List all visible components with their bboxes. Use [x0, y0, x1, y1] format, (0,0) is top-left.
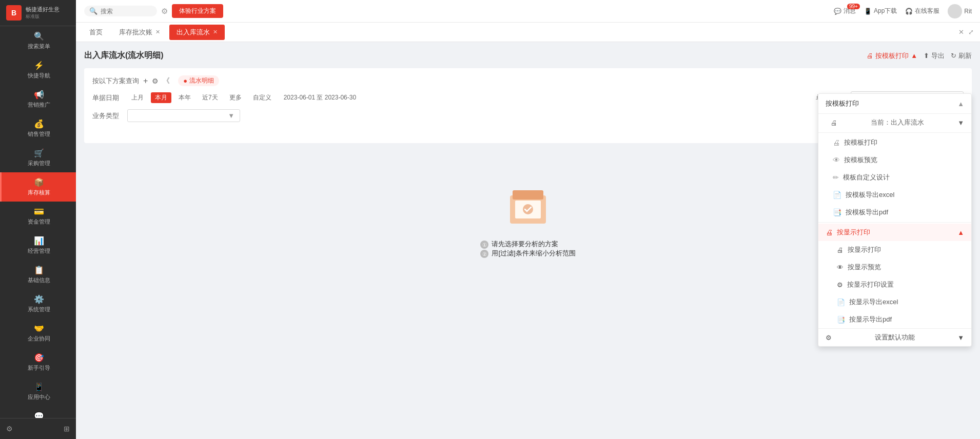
- service-btn[interactable]: 🎧 在线客服: [905, 7, 939, 15]
- date-current-month[interactable]: 本月: [151, 92, 171, 103]
- sidebar-item-inventory[interactable]: 📦库存核算: [0, 172, 76, 202]
- sidebar-item-system[interactable]: ⚙️系统管理: [0, 289, 76, 318]
- current-arrow: ▼: [957, 119, 964, 127]
- dropdown-item-template-pdf[interactable]: 📑 按模板导出pdf: [818, 204, 971, 221]
- sidebar-item-search[interactable]: 🔍搜索菜单: [0, 26, 76, 55]
- print-arrow-up: ▲: [911, 52, 917, 59]
- tab-flow[interactable]: 出入库流水 ✕: [169, 25, 225, 40]
- filter-collapse-btn[interactable]: 《: [163, 76, 170, 86]
- sidebar-icon-system: ⚙️: [34, 294, 44, 304]
- dropdown-item-display-print[interactable]: 🖨 按显示打印: [818, 241, 971, 258]
- page-title: 出入库流水(流水明细): [84, 50, 164, 61]
- sidebar-item-purchase[interactable]: 🛒采购管理: [0, 143, 76, 172]
- item-excel-icon: 📄: [833, 191, 841, 199]
- sidebar-label-system: 系统管理: [28, 306, 50, 313]
- arrow-up-icon[interactable]: ▲: [957, 100, 964, 108]
- empty-illustration: [502, 180, 554, 231]
- refresh-btn[interactable]: ↻ 刷新: [951, 51, 972, 61]
- sidebar-icon-cooperation: 🤝: [34, 324, 44, 333]
- dropdown-current-item: 🖨 当前：出入库流水 ▼: [818, 114, 971, 131]
- display-preview-label: 按显示预览: [848, 263, 881, 272]
- sidebar-label-quicknav: 快捷导航: [28, 72, 50, 79]
- dropdown-item-display-excel[interactable]: 📄 按显示导出excel: [818, 293, 971, 311]
- sidebar-icon-inventory: 📦: [34, 177, 44, 187]
- date-current-year[interactable]: 本年: [174, 92, 195, 103]
- tab-home[interactable]: 首页: [82, 25, 110, 40]
- tab-flow-close[interactable]: ✕: [213, 29, 218, 35]
- export-icon: ⬆: [924, 52, 929, 59]
- header-right: 💬 消息 99+ 📱 App下载 🎧 在线客服 Rit: [834, 4, 972, 18]
- sidebar-icon-quicknav: ⚡: [34, 61, 44, 70]
- date-last-month[interactable]: 上月: [127, 92, 148, 103]
- step-num-1: ①: [480, 241, 488, 249]
- item-pdf-label: 按模板导出pdf: [846, 208, 888, 217]
- sidebar-item-capital[interactable]: 💳资金管理: [0, 202, 76, 231]
- app-download-btn[interactable]: 📱 App下载: [864, 7, 897, 15]
- print-btn[interactable]: 🖨 按模板打印 ▲: [867, 51, 917, 61]
- dropdown-item-display-settings[interactable]: ⚙ 按显示打印设置: [818, 276, 971, 293]
- logo-badge: 标准版: [26, 13, 60, 20]
- tab-batch-close[interactable]: ✕: [155, 29, 160, 35]
- business-select-arrow: ▼: [228, 112, 234, 119]
- user-avatar-area[interactable]: Rit: [948, 4, 972, 18]
- sidebar-item-operation[interactable]: 📊经营管理: [0, 231, 76, 260]
- display-print-label: 按显示打印: [848, 245, 881, 254]
- item-print-icon: 🖨: [833, 138, 840, 147]
- footer-settings-icon[interactable]: ⚙: [6, 425, 13, 433]
- empty-svg: [502, 180, 554, 231]
- dropdown-arrows: ▲: [957, 100, 964, 108]
- sidebar-item-guide[interactable]: 🎯新手引导: [0, 348, 76, 377]
- dropdown-item-template-custom[interactable]: ✏ 模板自定义设计: [818, 169, 971, 186]
- sidebar-label-sales: 销售管理: [28, 130, 50, 138]
- sidebar-item-cooperation[interactable]: 🤝企业协同: [0, 318, 76, 348]
- refresh-icon: ↻: [951, 52, 956, 59]
- date-custom[interactable]: 自定义: [249, 92, 276, 103]
- sidebar-item-marketing[interactable]: 📢营销推广: [0, 85, 76, 114]
- sidebar-item-appcenter[interactable]: 📱应用中心: [0, 377, 76, 406]
- display-pdf-icon: 📑: [837, 316, 845, 324]
- app-header: 🔍 ⚙ 体验行业方案 💬 消息 99+ 📱 App下载 🎧 在: [76, 0, 980, 23]
- window-controls: ✕ ⤢: [958, 28, 974, 36]
- dropdown-item-template-excel[interactable]: 📄 按模板导出excel: [818, 186, 971, 204]
- export-btn[interactable]: ⬆ 导出: [924, 51, 945, 61]
- display-section-header[interactable]: 🖨 按显示打印 ▲: [818, 224, 971, 241]
- filter-label-area: 按以下方案查询 + ⚙ 《: [92, 76, 170, 86]
- dropdown-item-template-preview[interactable]: 👁 按模板预览: [818, 151, 971, 169]
- footer-icon: ⚙: [826, 334, 832, 342]
- header-search-box[interactable]: 🔍: [84, 6, 157, 16]
- dropdown-item-display-pdf[interactable]: 📑 按显示导出pdf: [818, 311, 971, 328]
- message-btn[interactable]: 💬 消息 99+: [834, 7, 856, 15]
- date-more[interactable]: 更多: [225, 92, 246, 103]
- dropdown-title: 按模板打印: [826, 99, 859, 108]
- print-icon: 🖨: [867, 52, 873, 59]
- industry-btn[interactable]: 体验行业方案: [172, 4, 223, 18]
- date-last-7[interactable]: 近7天: [198, 92, 222, 103]
- display-print-icon: 🖨: [837, 246, 844, 254]
- empty-step-2: ② 用[过滤]条件来缩小分析范围: [480, 249, 575, 258]
- tab-batch[interactable]: 库存批次账 ✕: [112, 25, 167, 40]
- sidebar-item-basic[interactable]: 📋基础信息: [0, 260, 76, 289]
- current-icon: 🖨: [831, 119, 837, 127]
- sidebar-label-purchase: 采购管理: [28, 159, 50, 167]
- display-pdf-label: 按显示导出pdf: [849, 315, 892, 324]
- sidebar-item-sales[interactable]: 💰销售管理: [0, 114, 76, 143]
- dropdown-item-display-preview[interactable]: 👁 按显示预览: [818, 258, 971, 276]
- business-select[interactable]: ▼: [127, 109, 240, 122]
- window-close-icon[interactable]: ✕: [958, 28, 964, 36]
- dropdown-footer[interactable]: ⚙ 设置默认功能 ▼: [818, 328, 971, 346]
- sidebar-icon-search: 🔍: [34, 31, 44, 41]
- empty-steps: ① 请先选择要分析的方案 ② 用[过滤]条件来缩小分析范围: [480, 240, 575, 258]
- filter-settings-btn[interactable]: ⚙: [152, 77, 159, 85]
- search-input[interactable]: [101, 8, 152, 15]
- sidebar-item-quicknav[interactable]: ⚡快捷导航: [0, 55, 76, 85]
- sidebar-label-guide: 新手引导: [28, 364, 50, 372]
- window-expand-icon[interactable]: ⤢: [968, 28, 974, 36]
- sidebar-label-basic: 基础信息: [28, 276, 50, 284]
- header-gear-icon[interactable]: ⚙: [161, 7, 168, 16]
- filter-add-btn[interactable]: +: [143, 76, 148, 86]
- footer-label: 设置默认功能: [875, 333, 915, 342]
- logo-icon: B: [6, 5, 22, 21]
- dropdown-item-template-print[interactable]: 🖨 按模板打印: [818, 134, 971, 151]
- footer-toggle-icon[interactable]: ⊞: [64, 425, 70, 433]
- sidebar-item-wechat[interactable]: 💬企业微信: [0, 406, 76, 418]
